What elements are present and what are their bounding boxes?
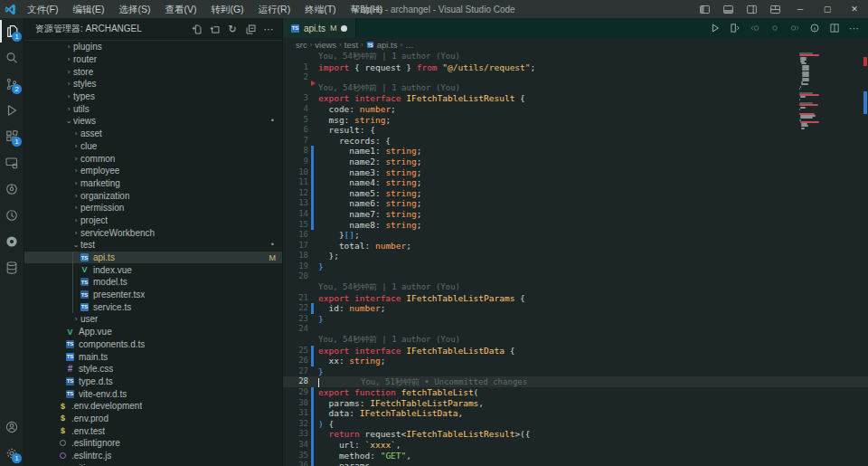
toggle-secondary-sidebar-icon[interactable] <box>740 0 763 18</box>
code-line-27[interactable]: 27} <box>283 366 868 377</box>
toggle-blame-icon[interactable] <box>806 20 823 37</box>
activity-search-icon[interactable] <box>0 44 24 71</box>
activity-run-debug-icon[interactable] <box>0 97 24 123</box>
minimap[interactable] <box>799 52 826 129</box>
activity-accounts-icon[interactable] <box>0 414 24 440</box>
activity-gitlens-inspect-icon[interactable] <box>0 202 24 228</box>
code-line-32[interactable]: 32) { <box>283 419 868 430</box>
next-change-icon[interactable] <box>786 20 803 37</box>
code-line-19[interactable]: 19} <box>283 262 868 272</box>
menu-选择(S)[interactable]: 选择(S) <box>111 0 157 18</box>
collapse-all-icon[interactable] <box>242 21 259 37</box>
tree-item-test[interactable]: ⌄test• <box>24 239 282 252</box>
tree-item-utils[interactable]: ›utils <box>24 102 282 115</box>
breadcrumb-item-[interactable]: … <box>405 40 414 50</box>
code-line-15[interactable]: 15 name8: string; <box>283 220 868 231</box>
tree-item-project[interactable]: ›project <box>24 214 282 227</box>
previous-change-icon[interactable] <box>746 20 763 37</box>
code-line-29[interactable]: 29export function fetchTableList( <box>283 387 868 398</box>
code-line-26[interactable]: 26 xx: string; <box>283 356 868 366</box>
more-actions-icon[interactable]: ⋯ <box>845 20 863 37</box>
maximize-button[interactable]: ▢ <box>814 0 841 18</box>
tree-item-organization[interactable]: ›organization <box>24 189 282 202</box>
tree-item-plugins[interactable]: ›plugins <box>24 41 282 53</box>
tree-item-api.ts[interactable]: TSapi.tsM <box>24 252 282 264</box>
tab-api-ts[interactable]: TS api.ts M <box>283 18 356 38</box>
minimize-button[interactable]: ─ <box>787 0 814 18</box>
new-folder-icon[interactable] <box>206 21 222 37</box>
tree-item-.env.development[interactable]: $.env.development <box>24 400 282 413</box>
tree-item-types[interactable]: ›types <box>24 90 282 103</box>
menu-运行(R)[interactable]: 运行(R) <box>251 0 298 18</box>
code-line-23[interactable]: 23} <box>283 314 868 325</box>
close-button[interactable]: ✕ <box>841 0 868 18</box>
activity-manage-icon[interactable]: 1 <box>0 440 24 466</box>
tree-item-clue[interactable]: ›clue <box>24 140 282 153</box>
tab-dirty-indicator[interactable] <box>341 25 347 32</box>
code-line-9[interactable]: 9 name2: string; <box>283 157 868 167</box>
activity-remote-explorer-icon[interactable] <box>0 149 24 176</box>
tree-item-model.ts[interactable]: TSmodel.ts <box>24 276 282 289</box>
tree-item-marketing[interactable]: ›marketing <box>24 177 282 190</box>
code-line-1[interactable]: 1import { request } from "@/utils/reques… <box>283 62 868 73</box>
code-line-6[interactable]: 6 result: { <box>283 125 868 136</box>
activity-source-control-icon[interactable]: 2 <box>0 71 24 97</box>
code-line-22[interactable]: 22 id: number; <box>283 303 868 314</box>
code-line-21[interactable]: 21export interface IFetchTableListParams… <box>283 293 868 304</box>
code-line-36[interactable]: 36 params, <box>283 461 868 466</box>
code-line-12[interactable]: 12 name5: string; <box>283 188 868 199</box>
refresh-icon[interactable]: ↻ <box>224 21 241 37</box>
code-line-17[interactable]: 17 total: number; <box>283 241 868 252</box>
code-line-13[interactable]: 13 name6: string; <box>283 198 868 209</box>
code-line-31[interactable]: 31 data: IFetchTableListData, <box>283 408 868 419</box>
code-line-25[interactable]: 25export interface IFetchTableListData { <box>283 346 868 357</box>
tree-item-App.vue[interactable]: VApp.vue <box>24 326 282 338</box>
tree-item-.env.test[interactable]: $.env.test <box>24 424 282 437</box>
split-editor-icon[interactable] <box>826 20 843 37</box>
tree-item-user[interactable]: ›user <box>24 313 282 326</box>
run-icon[interactable] <box>706 20 723 37</box>
toggle-panel-icon[interactable] <box>716 0 740 18</box>
toggle-primary-sidebar-icon[interactable] <box>693 0 716 18</box>
code-line-8[interactable]: 8 name1: string; <box>283 146 868 157</box>
code-line-14[interactable]: 14 name7: string; <box>283 209 868 220</box>
code-line-30[interactable]: 30 params: IFetchTableListParams, <box>283 398 868 409</box>
tree-item-serviceWorkbench[interactable]: ›serviceWorkbench <box>24 226 282 239</box>
blame-annotation[interactable]: You, 54秒钟前 | 1 author (You) <box>283 52 868 62</box>
blame-annotation[interactable]: You, 54秒钟前 | 1 author (You) <box>283 282 868 293</box>
menu-编辑(E)[interactable]: 编辑(E) <box>65 0 111 18</box>
tree-item-main.ts[interactable]: TSmain.ts <box>24 350 282 363</box>
code-line-10[interactable]: 10 name3: string; <box>283 167 868 178</box>
code-area[interactable]: You, 54秒钟前 | 1 author (You)1import { req… <box>283 52 868 466</box>
new-file-icon[interactable] <box>188 21 204 37</box>
tree-item-components.d.ts[interactable]: TScomponents.d.ts <box>24 338 282 351</box>
code-line-4[interactable]: 4 code: number; <box>283 104 868 115</box>
tree-item-views[interactable]: ⌄views• <box>24 115 282 128</box>
code-line-35[interactable]: 35 method: "GET", <box>283 451 868 461</box>
menu-帮助(H)[interactable]: 帮助(H) <box>344 0 391 18</box>
tree-item-index.vue[interactable]: Vindex.vue <box>24 263 282 276</box>
breadcrumb-item-views[interactable]: views <box>315 40 336 50</box>
tree-item-.eslintrc.js[interactable]: .eslintrc.js <box>24 450 282 462</box>
tree-item-.gitignore[interactable]: ◆.gitignore <box>24 461 282 466</box>
tree-item-styles[interactable]: ›styles <box>24 78 282 90</box>
code-line-16[interactable]: 16 }[]; <box>283 230 868 241</box>
activity-extensions-icon[interactable]: 1 <box>0 123 24 149</box>
tree-item-presenter.tsx[interactable]: TSpresenter.tsx <box>24 289 282 301</box>
tree-item-common[interactable]: ›common <box>24 152 282 165</box>
tree-item-.eslintignore[interactable]: .eslintignore <box>24 437 282 450</box>
breadcrumb-item-src[interactable]: src <box>296 40 307 50</box>
code-line-7[interactable]: 7 records: { <box>283 136 868 147</box>
menu-转到(G)[interactable]: 转到(G) <box>203 0 250 18</box>
overview-ruler[interactable] <box>863 52 868 466</box>
activity-settings-sync-icon[interactable] <box>0 228 24 254</box>
code-line-20[interactable]: 20 <box>283 271 868 282</box>
tree-item-style.css[interactable]: #style.css <box>24 363 282 376</box>
tree-item-employee[interactable]: ›employee <box>24 165 282 177</box>
code-line-28[interactable]: 28You, 51秒钟前 • Uncommitted changes <box>283 376 868 387</box>
current-change-icon[interactable] <box>766 20 783 37</box>
code-line-11[interactable]: 11 name4: string; <box>283 177 868 188</box>
code-line-24[interactable]: 24 <box>283 324 868 335</box>
breadcrumb-item-test[interactable]: test <box>344 40 358 50</box>
blame-annotation[interactable]: You, 54秒钟前 | 1 author (You) <box>283 83 868 94</box>
